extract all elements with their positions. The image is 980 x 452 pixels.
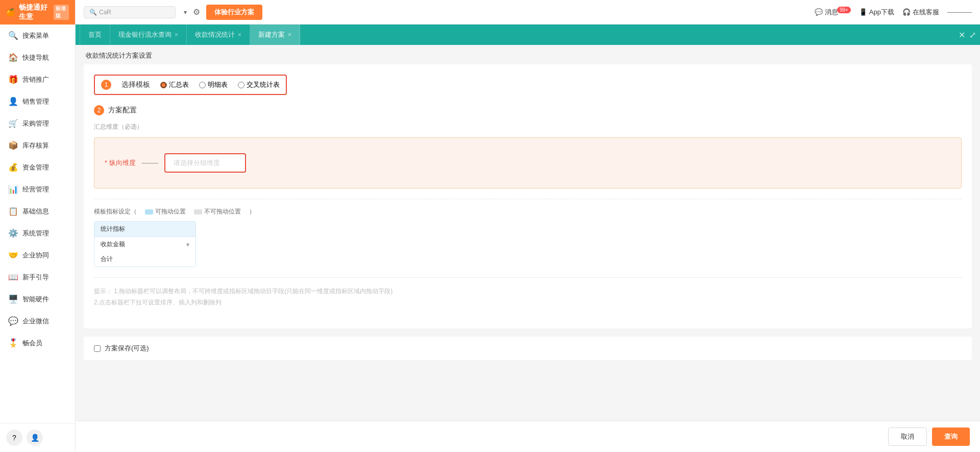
breadcrumb: 收款情况统计方案设置 <box>86 52 152 59</box>
sidebar-item-system[interactable]: ⚙️系统管理 <box>0 222 75 244</box>
radio-cross-label: 交叉统计表 <box>247 80 280 89</box>
radio-detail-input[interactable] <box>199 82 206 88</box>
query-button[interactable]: 查询 <box>932 427 970 446</box>
sidebar-item-hardware[interactable]: 🖥️智能硬件 <box>0 288 75 310</box>
metric-name: 合计 <box>101 255 113 264</box>
support-item[interactable]: 🎧 在线客服 <box>902 8 939 17</box>
tab-close-btn[interactable]: × <box>238 31 241 38</box>
sidebar-user-icon[interactable]: 👤 <box>27 430 43 446</box>
step1-title: 选择模板 <box>121 80 150 89</box>
radio-cross-input[interactable] <box>238 82 244 88</box>
legend-draggable: 可拖动位置 <box>145 207 186 216</box>
trial-button[interactable]: 体验行业方案 <box>206 5 262 20</box>
step2-badge: 2 <box>94 105 104 115</box>
sidebar-label-wechat: 企业微信 <box>22 317 49 326</box>
metrics-rows: 收款金额▾合计 <box>94 237 195 267</box>
stats-title: 统计指标 <box>101 225 125 232</box>
sidebar-item-search-menu[interactable]: 🔍搜索菜单 <box>0 25 75 46</box>
sidebar-icon-guide: 📖 <box>8 272 18 282</box>
step1-header: 1 选择模板 汇总表 明细表 交叉统计表 <box>94 75 962 95</box>
metric-name: 收款金额 <box>101 240 125 249</box>
tab-actions: ✕ ⤢ <box>959 30 976 40</box>
sidebar-label-purchase: 采购管理 <box>22 119 49 128</box>
tabs-container: 首页现金银行流水查询×收款情况统计×新建方案× <box>80 25 959 45</box>
sidebar: 🍊 畅捷通好生意 标准版 🔍搜索菜单🏠快捷导航🎁营销推广👤销售管理🛒采购管理📦库… <box>0 0 76 452</box>
dimension-title: 汇总维度（必选） <box>94 123 962 131</box>
step2-title: 方案配置 <box>108 106 137 115</box>
tab-新建方案[interactable]: 新建方案× <box>250 25 300 45</box>
sidebar-item-wechat[interactable]: 💬企业微信 <box>0 310 75 332</box>
radio-summary-input[interactable] <box>160 82 167 88</box>
main: 🔍 CaR ▾ ⚙ 体验行业方案 💬 消息 99+ 📱 App下载 🎧 在线客服… <box>76 0 980 452</box>
tab-收款情况统计[interactable]: 收款情况统计× <box>187 25 250 45</box>
save-checkbox[interactable] <box>94 345 101 352</box>
legend-fixed-color <box>194 209 202 215</box>
download-item[interactable]: 📱 App下载 <box>859 8 894 17</box>
tip-line2: 2.点击标题栏下拉可设置排序、插入列和删除列 <box>94 297 962 308</box>
sidebar-icon-marketing: 🎁 <box>8 75 18 84</box>
sidebar-label-enterprise: 企业协同 <box>22 251 49 260</box>
sidebar-item-quick-nav[interactable]: 🏠快捷导航 <box>0 46 75 68</box>
sidebar-label-basic-info: 基础信息 <box>22 207 49 216</box>
tab-首页[interactable]: 首页 <box>80 25 110 45</box>
sidebar-label-search-menu: 搜索菜单 <box>22 31 49 40</box>
step2-section: 2 方案配置 汇总维度（必选） * 纵向维度 —— 请选择分组维度 <box>94 105 962 308</box>
sidebar-label-hardware: 智能硬件 <box>22 295 49 304</box>
sidebar-icon-operation: 📊 <box>8 184 18 194</box>
topbar-gear-icon[interactable]: ⚙ <box>193 7 200 17</box>
topbar: 🔍 CaR ▾ ⚙ 体验行业方案 💬 消息 99+ 📱 App下载 🎧 在线客服… <box>76 0 980 25</box>
sidebar-item-enterprise[interactable]: 🤝企业协同 <box>0 244 75 266</box>
sidebar-label-sales: 销售管理 <box>22 97 49 106</box>
sidebar-item-basic-info[interactable]: 📋基础信息 <box>0 200 75 222</box>
sidebar-item-purchase[interactable]: 🛒采购管理 <box>0 112 75 134</box>
radio-cross[interactable]: 交叉统计表 <box>238 80 280 89</box>
topbar-search-box[interactable]: 🔍 CaR <box>84 6 176 18</box>
tab-现金银行流水查询[interactable]: 现金银行流水查询× <box>110 25 187 45</box>
sidebar-label-member: 畅会员 <box>22 339 42 348</box>
dimension-arrow: —— <box>142 158 158 168</box>
sidebar-item-sales[interactable]: 👤销售管理 <box>0 90 75 112</box>
dimension-config: 汇总维度（必选） * 纵向维度 —— 请选择分组维度 模板指标设定（ <box>94 123 962 267</box>
sidebar-item-finance[interactable]: 💰资金管理 <box>0 156 75 178</box>
logo-icon: 🍊 <box>6 8 15 16</box>
sidebar-icon-purchase: 🛒 <box>8 118 18 128</box>
sidebar-item-marketing[interactable]: 🎁营销推广 <box>0 68 75 90</box>
sidebar-icon-sales: 👤 <box>8 97 18 106</box>
notification-item[interactable]: 💬 消息 99+ <box>815 8 851 17</box>
logo-text: 畅捷通好生意 <box>19 3 50 21</box>
metric-dropdown-icon[interactable]: ▾ <box>186 241 189 248</box>
username: ———— <box>947 9 972 16</box>
sidebar-icon-wechat: 💬 <box>8 316 18 326</box>
step2-header: 2 方案配置 <box>94 105 962 115</box>
sidebar-logo: 🍊 畅捷通好生意 标准版 <box>0 0 75 25</box>
sidebar-item-operation[interactable]: 📊经营管理 <box>0 178 75 200</box>
legend-draggable-color <box>145 209 153 215</box>
notification-label: 消息 <box>825 8 838 17</box>
sidebar-item-member[interactable]: 🎖️畅会员 <box>0 332 75 354</box>
radio-detail[interactable]: 明细表 <box>199 80 228 89</box>
sidebar-icon-basic-info: 📋 <box>8 206 18 216</box>
sidebar-help-icon[interactable]: ? <box>6 430 22 446</box>
support-icon: 🎧 <box>902 8 911 16</box>
save-label[interactable]: 方案保存(可选) <box>105 344 149 353</box>
topbar-dropdown[interactable]: ▾ <box>184 9 187 16</box>
sidebar-icon-search-menu: 🔍 <box>8 31 18 40</box>
support-label: 在线客服 <box>913 8 939 17</box>
sidebar-bottom: ? 👤 <box>0 423 75 452</box>
tab-close-icon[interactable]: ✕ <box>959 30 965 40</box>
metrics-row: 收款金额▾ <box>94 237 195 252</box>
tab-expand-icon[interactable]: ⤢ <box>969 30 976 40</box>
notification-icon: 💬 <box>815 8 823 16</box>
sidebar-label-system: 系统管理 <box>22 229 49 238</box>
dimension-select[interactable]: 请选择分组维度 <box>164 153 246 173</box>
tab-label: 现金银行流水查询 <box>118 30 172 39</box>
tab-close-btn[interactable]: × <box>288 31 291 38</box>
sidebar-item-guide[interactable]: 📖新手引导 <box>0 266 75 288</box>
radio-summary[interactable]: 汇总表 <box>160 80 189 89</box>
sidebar-icon-system: ⚙️ <box>8 228 18 238</box>
tab-close-btn[interactable]: × <box>175 31 178 38</box>
cancel-button[interactable]: 取消 <box>888 427 927 446</box>
radio-detail-label: 明细表 <box>208 80 228 89</box>
dimension-row: * 纵向维度 —— 请选择分组维度 <box>105 153 246 173</box>
sidebar-item-inventory[interactable]: 📦库存核算 <box>0 134 75 156</box>
